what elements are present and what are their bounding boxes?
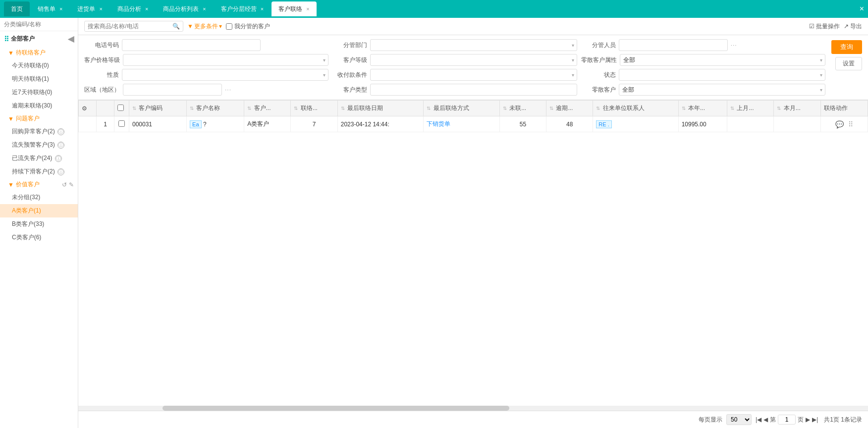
horizontal-scrollbar[interactable] [78,406,868,411]
th-this-month-label: 本月... [784,105,801,111]
sidebar-item-tomorrow[interactable]: 明天待联络(1) [0,72,78,86]
th-prev-unit-contact[interactable]: ⇅ 往来单位联系人 [593,101,678,116]
filter-customer-type-input[interactable] [370,84,577,96]
settings-button[interactable]: 设置 [835,57,862,70]
filter-payment: 收付款条件 ▾ [332,69,577,81]
sidebar-item-overdue[interactable]: 逾期未联络(30) [0,99,78,112]
close-analysis-icon[interactable]: × [145,6,148,12]
sidebar-item-declining-label: 持续下滑客户(2) [12,168,55,175]
filter-person-input[interactable] [619,39,728,51]
all-customers-header[interactable]: ⠿ 全部客户 ◀ [0,31,78,47]
filter-customer-level: 客户等级 ▾ [332,54,577,66]
tab-home[interactable]: 首页 [4,1,30,16]
batch-operate-btn[interactable]: ☑ 批量操作 [809,22,840,31]
query-button[interactable]: 查询 [831,40,862,54]
th-prev-unit-contact-label: 往来单位联系人 [603,105,645,111]
tab-sales[interactable]: 销售单 × [31,1,69,16]
query-action-area: 查询 设置 [831,39,862,70]
sidebar-item-7days[interactable]: 近7天待联络(0) [0,86,78,99]
row-prev-unit-contact: RE . [596,120,611,128]
row-last-contact-way[interactable]: 下销货单 [427,120,450,127]
page-first-icon[interactable]: |◀ [756,416,761,423]
filter-payment-select[interactable] [370,69,577,81]
search-icon[interactable]: 🔍 [172,23,180,30]
th-last-month[interactable]: ⇅ 上月... [727,101,774,116]
page-size-select[interactable]: 50 100 [726,414,752,425]
sidebar-item-lost[interactable]: 已流失客户(24) ⓘ [0,152,78,165]
select-all-checkbox[interactable] [117,105,124,111]
th-overdue[interactable]: ⇅ 逾期... [546,101,593,116]
export-btn[interactable]: ↗ 导出 [844,22,862,31]
value-customers-group[interactable]: ▼ 价值客户 ↺ ✎ [0,178,78,191]
page-input[interactable] [778,415,796,425]
filter-dept-select[interactable] [370,39,577,51]
value-edit-icon[interactable]: ✎ [69,181,74,188]
tab-customer-tier[interactable]: 客户分层经营 × [214,1,271,16]
filter-retail-attr-select[interactable]: 全部 [620,54,825,66]
page-prev-icon[interactable]: ◀ [763,416,768,423]
th-last-contact-date[interactable]: ⇅ 最后联络日期 [337,101,424,116]
loss-warning-info-icon: ⓘ [57,142,64,149]
th-not-contact[interactable]: ⇅ 未联... [499,101,546,116]
table-gear-icon[interactable]: ⚙ [82,105,87,112]
sidebar-item-repurchase-anomaly[interactable]: 回购异常客户(2) ⓘ [0,125,78,138]
close-purchase-icon[interactable]: × [99,6,102,12]
th-action: 联络动作 [820,101,868,116]
value-refresh-icon[interactable]: ↺ [62,181,67,188]
filter-phone-input[interactable] [122,39,261,51]
tab-customer-contact[interactable]: 客户联络 × [271,1,316,16]
close-customer-tier-icon[interactable]: × [261,6,264,12]
page-last-icon[interactable]: ▶| [812,416,818,423]
page-next-icon[interactable]: ▶ [806,416,810,423]
sidebar-search-input[interactable] [4,21,78,28]
sidebar-item-a-class[interactable]: A类客户(1) [0,204,78,217]
close-sales-icon[interactable]: × [59,6,62,12]
sidebar-item-declining[interactable]: 持续下滑客户(2) ⓘ [0,165,78,178]
th-last-contact-way[interactable]: ⇅ 最后联络方式 [424,101,500,116]
problem-customers-group[interactable]: ▼ 问题客户 [0,112,78,125]
region-dots-icon[interactable]: ··· [225,86,231,93]
close-all-tabs-icon[interactable]: × [860,4,864,13]
row-not-contact-cell: 55 [499,116,546,132]
tab-analysis-list[interactable]: 商品分析列表 × [156,1,213,16]
pending-contact-group[interactable]: ▼ 待联络客户 [0,47,78,59]
th-code[interactable]: ⇅ 客户编码 [129,101,187,116]
od-sort-icon: ⇅ [549,106,553,111]
more-conditions-btn[interactable]: ▼ 更多条件 ▾ [187,22,222,31]
sidebar-collapse-icon[interactable]: ◀ [68,34,74,44]
filter-customer-level-select[interactable] [370,54,577,66]
tab-analysis[interactable]: 商品分析 × [110,1,155,16]
row-action-chat-icon[interactable]: 💬 [835,120,844,128]
th-contact[interactable]: ⇅ 联络... [291,101,337,116]
filter-retail-attr-wrapper: 全部 ▾ [620,54,825,66]
row-code: 000031 [132,121,152,128]
scrollbar-thumb[interactable] [163,406,509,411]
filter-price-level-select[interactable] [123,54,328,66]
sidebar-item-unclassified[interactable]: 未分组(32) [0,191,78,204]
my-customers-checkbox-area[interactable]: 我分管的客户 [226,22,270,31]
th-this-year[interactable]: ⇅ 本年... [678,101,727,116]
th-this-month[interactable]: ⇅ 本月... [774,101,820,116]
filter-status-select[interactable] [619,69,825,81]
my-customers-checkbox[interactable] [226,23,232,30]
filter-retail-select[interactable]: 全部 [619,84,825,96]
sidebar-item-today[interactable]: 今天待联络(0) [0,59,78,72]
row-checkbox[interactable] [118,120,125,127]
sidebar-item-loss-warning[interactable]: 流失预警客户(3) ⓘ [0,138,78,152]
sidebar-item-c-class[interactable]: C类客户(6) [0,231,78,244]
th-last-contact-date-label: 最后联络日期 [347,105,383,111]
search-input[interactable] [88,23,172,30]
th-type[interactable]: ⇅ 客户... [244,101,291,116]
close-customer-contact-icon[interactable]: × [306,6,309,12]
person-dots-icon[interactable]: ··· [731,42,737,49]
close-analysis-list-icon[interactable]: × [203,6,206,12]
row-action-qr-icon[interactable]: ⠿ [848,120,853,128]
th-contact-label: 联络... [301,105,318,111]
total-label: 共1页 1条记录 [824,416,862,424]
filter-nature-select[interactable] [122,69,328,81]
tab-purchase[interactable]: 进货单 × [70,1,109,16]
th-name[interactable]: ⇅ 客户名称 [187,101,244,116]
filter-region-input[interactable] [123,84,222,96]
sidebar-item-b-class[interactable]: B类客户(33) [0,217,78,231]
sidebar-item-overdue-label: 逾期未联络(30) [12,102,52,109]
